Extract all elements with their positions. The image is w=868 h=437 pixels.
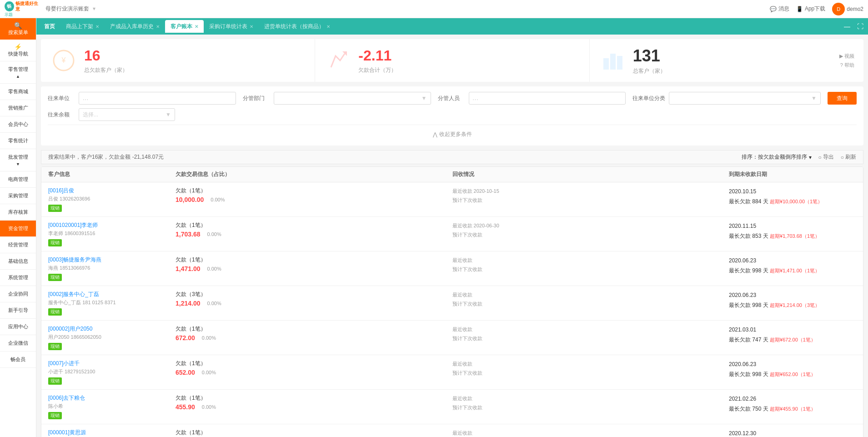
next-payment-2: 预计下次收款	[452, 265, 729, 274]
debt-count-5: 欠款（1笔）	[176, 360, 452, 367]
sidebar-item-guide[interactable]: 新手引导	[0, 302, 36, 319]
message-btn[interactable]: 💬 消息	[770, 5, 789, 13]
overdue-cell-4: 2021.03.01 最长欠款 747 天 超期¥672.00（1笔）	[729, 325, 856, 345]
debt-count-1: 欠款（1笔）	[176, 221, 452, 229]
customer-name-0[interactable]: [0016]吕俊	[48, 187, 176, 195]
system-name: 母婴行业演示账套 ▾	[41, 5, 770, 13]
sidebar-item-collab[interactable]: 企业协同	[0, 286, 36, 302]
sidebar-item-ecommerce[interactable]: 电商管理	[0, 171, 36, 188]
result-bar: 搜索结果中，客户16家，欠款金额 -21,148.07元 排序：按欠款金额倒序排…	[41, 150, 863, 164]
due-date-2: 2020.06.23	[729, 256, 856, 266]
debt-cell-0: 欠款（1笔） 10,000.00 0.00%	[176, 187, 452, 203]
tab-home[interactable]: 首页	[39, 20, 60, 33]
tab-incoming-stats[interactable]: 进货单统计表（按商品） ✕	[259, 20, 336, 33]
search-button[interactable]: 查询	[828, 92, 857, 105]
overdue-days-1: 最长欠款 853 天 超期¥1,703.68（1笔）	[729, 231, 856, 241]
sidebar-item-wholesale[interactable]: 批发管理▼	[0, 149, 36, 171]
debt-amount-6: 455.90	[176, 403, 195, 411]
sidebar-item-marketing[interactable]: 营销推广	[0, 100, 36, 116]
debt-ratio-4: 0.00%	[202, 335, 216, 341]
sidebar-item-wechat[interactable]: 企业微信	[0, 335, 36, 352]
overdue-link-1[interactable]: 超期¥1,703.68（1笔）	[770, 233, 820, 239]
last-payment-0: 最近收款 2020-10-15	[452, 187, 729, 196]
tab-close-product[interactable]: ✕	[95, 24, 99, 29]
tab-purchase-order[interactable]: 采购订单统计表 ✕	[204, 20, 259, 33]
filter-row-2: 往来余额 选择... ▼	[48, 108, 857, 121]
unit-category-select[interactable]: ▼	[669, 92, 821, 105]
tab-close-finished[interactable]: ✕	[156, 24, 160, 29]
tab-close-customer[interactable]: ✕	[195, 24, 198, 29]
tab-maximize-btn[interactable]: ⛶	[855, 22, 866, 31]
tab-finished-goods[interactable]: 产成品入库单历史 ✕	[105, 20, 165, 33]
next-payment-1: 预计下次收款	[452, 231, 729, 240]
sidebar-item-retail-mall[interactable]: 零售商城	[0, 84, 36, 100]
customer-phone-6: 陈小希	[48, 403, 176, 410]
debt-amount-label: 欠款合计（万）	[358, 66, 580, 74]
tab-customer-account[interactable]: 客户账本 ✕	[165, 20, 204, 33]
customer-tag-2: 现销	[48, 274, 62, 281]
debt-customers-icon: ¥	[50, 47, 77, 74]
customer-phone-2: 海燕 18513066976	[48, 265, 176, 271]
last-payment-5: 最近收款	[452, 360, 729, 369]
customer-name-2[interactable]: [0003]畅捷服务尹海燕	[48, 256, 176, 264]
logo-text: 畅 畅捷通好生意 示题	[5, 1, 41, 17]
sidebar-item-retail-mgmt[interactable]: 零售管理▲	[0, 61, 36, 84]
sidebar-item-vip[interactable]: 畅会员	[0, 352, 36, 368]
tab-minimize-btn[interactable]: —	[842, 22, 853, 31]
overdue-link-6[interactable]: 超期¥455.90（1笔）	[770, 406, 816, 412]
sidebar-item-operations[interactable]: 经营管理	[0, 237, 36, 253]
overdue-link-3[interactable]: 超期¥1,214.00（3笔）	[770, 302, 820, 308]
overdue-link-4[interactable]: 超期¥672.00（1笔）	[770, 337, 816, 342]
next-payment-0: 预计下次收款	[452, 196, 729, 205]
tab-product-list[interactable]: 商品上下架 ✕	[60, 20, 105, 33]
unit-category-arrow: ▼	[811, 95, 817, 101]
overdue-cell-0: 2020.10.15 最长欠款 884 天 超期¥10,000.00（1笔）	[729, 187, 856, 206]
overdue-link-0[interactable]: 超期¥10,000.00（1笔）	[770, 199, 823, 204]
export-btn[interactable]: ○ 导出	[818, 153, 834, 161]
customer-phone-1: 李老师 18600391516	[48, 230, 176, 237]
customer-cell-1: [0001020001]李老师 李老师 18600391516 现销	[48, 221, 176, 246]
customer-name-3[interactable]: [0002]服务中心_丁磊	[48, 291, 176, 298]
page-content: ¥ 16 总欠款客户（家）	[36, 35, 868, 437]
customer-name-7[interactable]: [000001]黄思源	[48, 429, 176, 437]
customer-name-5[interactable]: [0007]小进千	[48, 360, 176, 367]
overdue-link-2[interactable]: 超期¥1,471.00（1笔）	[770, 268, 820, 273]
balance-select[interactable]: 选择... ▼	[79, 108, 175, 121]
debt-amount-value: -2.11	[358, 47, 580, 64]
sidebar-item-basic-info[interactable]: 基础信息	[0, 253, 36, 270]
sidebar-item-app-center[interactable]: 应用中心	[0, 319, 36, 335]
customer-phone-0: 吕俊 13026203696	[48, 196, 176, 202]
customer-name-1[interactable]: [0001020001]李老师	[48, 221, 176, 229]
sidebar-item-inventory[interactable]: 库存核算	[0, 204, 36, 221]
collapse-button[interactable]: ⋀ 收起更多条件	[48, 129, 857, 140]
source-unit-input[interactable]: ...	[79, 92, 236, 105]
manager-input[interactable]: ...	[469, 92, 626, 105]
sidebar-item-purchase[interactable]: 采购管理	[0, 188, 36, 204]
recovery-cell-1: 最近收款 2020-06-30 预计下次收款	[452, 221, 729, 240]
customer-name-6[interactable]: [0006]去下粮仓	[48, 394, 176, 402]
sort-select[interactable]: 排序：按欠款金额倒序排序 ▾	[742, 153, 812, 161]
debt-amount-icon	[324, 47, 351, 74]
tab-close-incoming[interactable]: ✕	[326, 24, 330, 29]
customer-tag-5: 现销	[48, 377, 62, 385]
sidebar-item-finance[interactable]: 资金管理	[0, 221, 36, 237]
tab-close-purchase[interactable]: ✕	[250, 24, 253, 29]
debt-ratio-0: 0.00%	[211, 197, 225, 202]
help-btn[interactable]: ? 帮助	[840, 62, 854, 69]
sidebar-item-member[interactable]: 会员中心	[0, 116, 36, 133]
dept-select[interactable]: ▼	[274, 92, 431, 105]
video-btn[interactable]: ▶ 视频	[839, 53, 854, 60]
data-table: 客户信息 欠款交易信息（占比） 回收情况 到期未收款日期 [0016]吕俊 吕俊…	[41, 166, 863, 437]
debt-amount-5: 652.00	[176, 369, 195, 376]
refresh-btn[interactable]: ○ 刷新	[841, 153, 856, 161]
stat-total-actions: ▶ 视频 ? 帮助	[839, 53, 854, 69]
user-avatar[interactable]: D demo2	[832, 3, 863, 15]
sidebar-search[interactable]: 🔍 搜索菜单	[0, 18, 36, 40]
debt-customers-value: 16	[84, 47, 306, 64]
customer-name-4[interactable]: [000002]用户2050	[48, 325, 176, 333]
app-download-btn[interactable]: 📱 App下载	[796, 5, 825, 13]
sidebar-quick-nav[interactable]: ⚡ 快捷导航	[0, 40, 36, 61]
sidebar-item-system[interactable]: 系统管理	[0, 270, 36, 286]
overdue-link-5[interactable]: 超期¥652.00（1笔）	[770, 372, 816, 377]
sidebar-item-retail-stats[interactable]: 零售统计	[0, 133, 36, 149]
